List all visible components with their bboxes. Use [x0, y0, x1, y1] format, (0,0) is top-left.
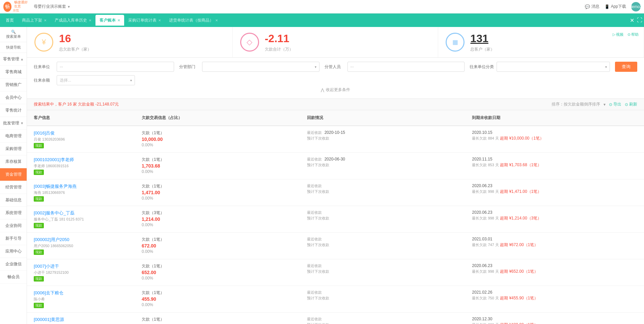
stat-card3-actions: ▷ 视频 ⊙ 帮助: [613, 32, 639, 37]
tab-close-all-btn[interactable]: ✕: [630, 17, 634, 24]
stat-number-total-customers: 131: [470, 32, 637, 45]
customer-name-link[interactable]: [0006]去下粮仓: [34, 290, 63, 295]
tab-home[interactable]: 首页: [2, 15, 18, 26]
customer-name-link[interactable]: [0002]服务中心_丁磊: [34, 210, 75, 215]
message-icon: 💬: [585, 4, 590, 9]
refresh-btn[interactable]: ⊙ 刷新: [625, 101, 637, 107]
search-button[interactable]: 查询: [615, 62, 637, 72]
sidebar-item-marketing[interactable]: 营销推广: [0, 79, 27, 91]
filter-select-unit-class[interactable]: ▾: [497, 62, 610, 72]
export-btn[interactable]: ⊙ 导出: [609, 101, 621, 107]
search-menu-label: 搜索菜单: [2, 34, 25, 39]
debt-amount-val[interactable]: 455.90: [142, 296, 307, 302]
sidebar-item-newbie[interactable]: 新手引导: [0, 232, 27, 245]
repay-cell: 最近收款2020-06-30 预计下次收款: [307, 155, 472, 169]
sidebar-item-purchase[interactable]: 采购管理: [0, 143, 27, 155]
repay-cell: 最近收款 预计下次收款: [307, 289, 472, 302]
tab-purchase-stat[interactable]: 进货单统计表（按商品） ✕: [165, 15, 222, 26]
debt-info-cell: 欠款（1笔） 652.00 0.00%: [142, 262, 307, 282]
debt-amount-val[interactable]: 1,471.00: [142, 190, 307, 195]
filter-input-from-unit[interactable]: ···: [57, 62, 174, 72]
overdue-amount-link[interactable]: 超期 ¥652.00（1笔）: [500, 269, 538, 274]
result-actions: 排序：按欠款金额倒序排序 ▾ ⊙ 导出 ⊙ 刷新: [552, 101, 637, 107]
customer-name-link[interactable]: [0003]畅捷服务尹海燕: [34, 184, 77, 189]
top-bar: 畅 畅捷通好生意 示范 母婴行业演示账套 ▾ 💬 消息 📱 App下载 demo…: [0, 0, 644, 13]
tab-product-manage[interactable]: 商品上下架 ✕: [18, 15, 51, 26]
customer-name-link[interactable]: [000001]黄思源: [34, 317, 64, 322]
sidebar-item-batch-manage[interactable]: 批发管理 ▼: [0, 117, 27, 130]
result-text2: 家: [73, 102, 77, 107]
sidebar-item-app-center[interactable]: 应用中心: [0, 245, 27, 258]
overdue-cell: 2020.06.23 最长欠款 998 天 超期 ¥1,471.00（1笔）: [472, 182, 637, 196]
person-dots: ···: [351, 64, 354, 69]
sidebar-item-operation[interactable]: 经营管理: [0, 181, 27, 194]
filter-balance: 往来余额 选择... ▾: [34, 75, 135, 85]
overdue-amount-link[interactable]: 超期 ¥429.00（1笔）: [500, 322, 538, 324]
debt-amount: -21,148.07元: [95, 102, 119, 107]
debt-amount-val[interactable]: 10,000.00: [142, 137, 307, 142]
sidebar-item-retail-shop[interactable]: 零售商城: [0, 66, 27, 79]
customer-name-link[interactable]: [0016]吕俊: [34, 130, 55, 136]
sidebar-item-retail-manage-label: 零售管理: [3, 57, 19, 61]
tab-product-in-history-close[interactable]: ✕: [89, 19, 91, 22]
debt-amount-val[interactable]: 1,703.68: [142, 163, 307, 169]
customer-name-link[interactable]: [0007]小进干: [34, 264, 59, 269]
message-btn[interactable]: 💬 消息: [585, 4, 599, 9]
sidebar-item-finance[interactable]: 资金管理: [0, 168, 27, 181]
filter-person: 分管人员 ···: [325, 62, 465, 72]
repay-cell: 最近收款 预计下次收款: [307, 209, 472, 222]
sidebar-item-system-label: 系统管理: [5, 210, 22, 215]
overdue-amount-link[interactable]: 超期 ¥1,471.00（1笔）: [500, 189, 541, 194]
debt-amount-val[interactable]: 672.00: [142, 243, 307, 248]
help-btn[interactable]: ⊙ 帮助: [627, 32, 639, 37]
debt-amount-val[interactable]: 1,214.00: [142, 216, 307, 222]
balance-placeholder: 选择...: [60, 78, 71, 83]
sidebar-item-system[interactable]: 系统管理: [0, 207, 27, 219]
sidebar-search-menu[interactable]: 🔍 搜索菜单: [0, 27, 27, 42]
filter-select-balance[interactable]: 选择... ▾: [57, 75, 135, 85]
sidebar-item-enterprise[interactable]: 企业协同: [0, 219, 27, 232]
avatar[interactable]: demo2: [631, 2, 641, 11]
overdue-amount-link[interactable]: 超期 ¥672.00（1笔）: [500, 242, 538, 247]
filter-select-department[interactable]: ▾: [202, 62, 319, 72]
company-selector[interactable]: 母婴行业演示账套 ▾: [30, 4, 585, 9]
refresh-icon: ⊙: [625, 102, 628, 107]
tab-purchase-order-close[interactable]: ✕: [158, 19, 161, 22]
customer-info-cell: [000001]黄思源 黄思源 13552700226 现款: [34, 315, 142, 324]
sidebar-item-ecommerce[interactable]: 电商管理: [0, 130, 27, 143]
overdue-cell: 2020.06.23 最长欠款 998 天 超期 ¥652.00（1笔）: [472, 262, 637, 276]
sidebar-item-basic-info[interactable]: 基础信息: [0, 194, 27, 207]
sidebar-item-enterprise-wx[interactable]: 企业微信: [0, 258, 27, 271]
tab-purchase-stat-close[interactable]: ✕: [215, 19, 218, 22]
tab-fullscreen-btn[interactable]: ⛶: [637, 17, 642, 23]
sidebar-quick-nav[interactable]: 快捷导航: [0, 42, 27, 53]
repay-label: 最近收款: [307, 183, 322, 188]
debt-count: 欠款（1笔）: [142, 183, 307, 189]
repay-next: 预计下次收款: [307, 163, 472, 168]
sidebar-item-retail-stat[interactable]: 零售统计: [0, 104, 27, 117]
customer-info-cell: [0001020001]李老师 李老师 18600391516 现款: [34, 155, 142, 176]
video-btn[interactable]: ▷ 视频: [613, 32, 623, 37]
collapse-filters-btn[interactable]: ⋀ 收起更多条件: [34, 85, 637, 94]
debt-amount-val[interactable]: 652.00: [142, 270, 307, 275]
customer-name-link[interactable]: [000002]用户2050: [34, 237, 69, 242]
app-download-btn[interactable]: 📱 App下载: [605, 4, 626, 9]
tab-product-in-history[interactable]: 产成品入库单历史 ✕: [51, 15, 95, 26]
tab-purchase-order[interactable]: 采购订单统计表 ✕: [124, 15, 165, 26]
tab-customer-account[interactable]: 客户账本 ✕: [95, 15, 124, 26]
debt-percent: 0.00%: [142, 223, 307, 227]
tab-customer-account-close[interactable]: ✕: [117, 19, 120, 22]
brand-sub: 示范: [13, 8, 30, 13]
customer-contact: 李老师 18600391516: [34, 164, 142, 169]
overdue-amount-link[interactable]: 超期 ¥455.90（1笔）: [500, 296, 538, 300]
sidebar-item-retail-manage[interactable]: 零售管理 ▲: [0, 53, 27, 66]
overdue-amount-link[interactable]: 超期 ¥10,000.00（1笔）: [500, 136, 544, 141]
sidebar-item-inventory[interactable]: 库存核算: [0, 155, 27, 168]
sidebar-item-vip[interactable]: 畅会员: [0, 271, 27, 284]
sidebar-item-member[interactable]: 会员中心: [0, 91, 27, 104]
overdue-amount-link[interactable]: 超期 ¥1,703.68（1笔）: [500, 163, 541, 167]
tab-product-manage-close[interactable]: ✕: [44, 19, 47, 22]
filter-input-person[interactable]: ···: [347, 62, 465, 72]
customer-name-link[interactable]: [0001020001]李老师: [34, 157, 74, 162]
overdue-amount-link[interactable]: 超期 ¥1,214.00（3笔）: [500, 216, 541, 220]
